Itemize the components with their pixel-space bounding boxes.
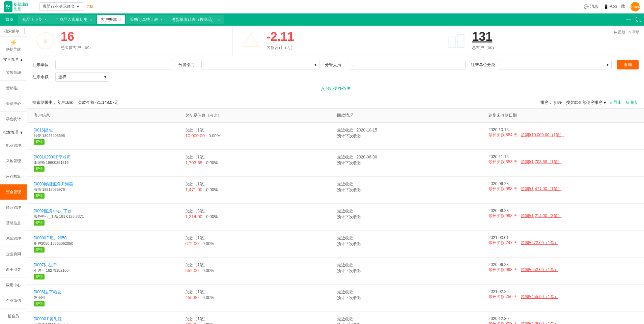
sidebar-item-purchase-mgmt[interactable]: 采购管理 [0,153,27,169]
tab-close-purchase[interactable]: × [160,18,162,22]
customer-link[interactable]: [0006]去下粮仓 [34,290,61,294]
customer-link[interactable]: [000002]用户2050 [34,236,66,240]
tab-stock-stats[interactable]: 进货单统计表（按商品） × [167,15,224,24]
company-selector[interactable]: 母婴行业演示账套 ▾ [39,2,84,11]
from-unit-dots: ... [58,62,62,67]
system-label: 系统管理 [6,236,21,241]
switch-link[interactable]: 切换 [86,4,93,9]
from-unit-input[interactable]: ... [55,60,173,69]
tab-close-customer[interactable]: × [119,18,121,22]
overdue-link[interactable]: 超期¥429.00（1笔） [521,321,558,324]
app-download-button[interactable]: 📱 App下载 [604,4,625,9]
last-collect-label: 最近收款 2020-10-15 [337,127,486,133]
sidebar-item-inventory[interactable]: 库存核算 [0,169,27,184]
dept-select[interactable]: ▾ [201,60,319,69]
customer-link[interactable]: [0001020001]李老师 [34,155,71,159]
video-help-button[interactable]: ▶ 视频 [614,30,625,35]
person-dots: ... [351,62,354,67]
sidebar-item-base-info[interactable]: 基础信息 [0,215,27,231]
filter-unit-category: 往来单位分类 ▾ [471,60,612,69]
overdue-link[interactable]: 超期¥10,000.00（1笔） [521,132,564,137]
customer-phone: 用户2050 18665062050 [34,241,183,246]
debt-cell: 欠款（1笔） 672.00 0.00% [184,235,335,247]
sidebar-item-member[interactable]: 会员中心 [0,96,27,112]
tab-close-products[interactable]: × [45,18,47,22]
sidebar-item-finance[interactable]: 资金管理 [0,184,27,200]
export-button[interactable]: ○ 导出 [610,100,622,106]
unit-category-select[interactable]: ▾ [498,60,612,69]
filter-balance: 往来余额 选择... ▾ [32,72,639,82]
customer-phone: 李老师 18600391516 [34,160,183,165]
batch-mgmt-label: 批发管理 [3,130,18,135]
collapse-button[interactable]: ⋀ 收起更多条件 [32,84,639,93]
overdue-link[interactable]: 超期¥1,471.00（1笔） [521,186,561,191]
avatar[interactable]: demo2 [631,2,640,11]
retail-mgmt-label: 零售管理 [3,57,18,62]
sidebar-item-enterprise[interactable]: 企业协同 [0,246,27,262]
sidebar-item-enterprise-wx[interactable]: 企业微信 [0,293,27,308]
help-button[interactable]: ? 帮助 [629,30,640,35]
debt-customers-label: 总欠款客户（家） [61,45,93,51]
debt-percent: 0.00% [202,241,214,246]
customer-tag: 现销 [34,301,45,306]
debt-customers-number: 16 [61,31,93,43]
overdue-link[interactable]: 超期¥455.90（1笔） [521,294,558,299]
tab-minimize-button[interactable]: — [624,17,633,23]
overdue-link[interactable]: 超期¥672.00（1笔） [521,240,558,245]
customer-tag: 现销 [34,220,45,226]
sidebar-item-app-center[interactable]: 应用中心 [0,277,27,293]
tab-customer-account[interactable]: 客户账本 × [97,15,125,24]
balance-select[interactable]: 选择... ▾ [55,72,109,82]
tab-home[interactable]: 首页 [1,15,18,24]
main-layout: ⚡ 快捷导航 零售管理 ▲ 零售商城 营销推广 会员中心 零售统计 批发管理 ▼… [0,26,644,324]
operation-label: 经营管理 [6,205,21,210]
debt-cell: 欠款（1笔） 1,471.00 0.00% [184,181,335,193]
customer-link[interactable]: [0002]服务中心_丁磊 [34,209,72,213]
sidebar-item-quick-nav[interactable]: ⚡ 快捷导航 [0,37,27,54]
overdue-link[interactable]: 超期¥652.00（1笔） [521,267,558,272]
col-customer-info: 客户信息 [32,112,184,119]
customer-tag: 现销 [34,166,45,172]
debt-count: 欠款（1笔） [185,262,334,268]
tab-close-stock[interactable]: × [218,18,220,22]
customer-link[interactable]: [0016]吕俊 [34,128,53,132]
export-icon: ○ [610,100,612,105]
person-input[interactable]: ... [348,60,466,69]
search-input[interactable] [2,28,25,34]
tab-products[interactable]: 商品上下架 × [18,15,51,24]
debt-amount: 1,703.68 [185,160,202,165]
sidebar-item-operation[interactable]: 经营管理 [0,200,27,215]
tab-production[interactable]: 产成品入库单历史 × [51,15,96,24]
customer-link[interactable]: [000001]黄思源 [34,317,62,321]
sidebar-item-batch-mgmt[interactable]: 批发管理 ▼ [0,127,27,138]
customer-link[interactable]: [0003]畅捷服务尹海燕 [34,182,73,186]
overdue-link[interactable]: 超期¥1,703.68（1笔） [521,159,561,164]
person-label: 分管人员 [325,62,345,68]
sidebar-item-system[interactable]: 系统管理 [0,231,27,246]
refresh-label: 刷新 [631,100,639,106]
sort-button[interactable]: 排序： 排序：按欠款金额倒序排序 ▾ [540,100,606,106]
sidebar-item-ecommerce[interactable]: 电商管理 [0,138,27,153]
query-button[interactable]: 查询 [617,60,639,69]
customer-link[interactable]: [0007]小进干 [34,263,57,267]
filter-row-2: 往来余额 选择... ▾ [32,72,639,82]
sidebar-item-retail-stats[interactable]: 零售统计 [0,112,27,127]
refresh-button[interactable]: ↻ 刷新 [626,100,639,106]
sidebar-item-retail-mgmt[interactable]: 零售管理 ▲ [0,54,27,65]
overdue-link[interactable]: 超期¥1,214.00（3笔） [521,213,561,218]
sidebar-item-marketing[interactable]: 营销推广 [0,81,27,96]
sidebar-item-vip[interactable]: 畅会员 [0,308,27,324]
message-button[interactable]: 💬 消息 [584,4,598,9]
tab-purchase-order[interactable]: 采购订单统计表 × [126,15,166,24]
tab-maximize-button[interactable]: ⛶ [635,17,643,23]
tab-products-label: 商品上下架 [22,17,43,23]
member-label: 会员中心 [6,101,21,106]
debt-cell: 欠款（1笔） 652.00 0.00% [184,262,335,274]
tab-close-production[interactable]: × [90,18,92,22]
customer-cell: [0002]服务中心_丁磊 服务中心_丁磊 181 0125 8371 现销 [32,208,184,226]
sidebar-item-guide[interactable]: 新手引导 [0,262,27,277]
stat-total-info: 131 总客户（家） [472,31,496,51]
overdue-info: 最长欠款 853 天 超期¥1,703.68（1笔） [488,159,637,165]
due-date-cell: 2020.06.23 最长欠款 998 天 超期¥652.00（1笔） [487,262,639,273]
sidebar-item-retail-mall[interactable]: 零售商城 [0,65,27,81]
